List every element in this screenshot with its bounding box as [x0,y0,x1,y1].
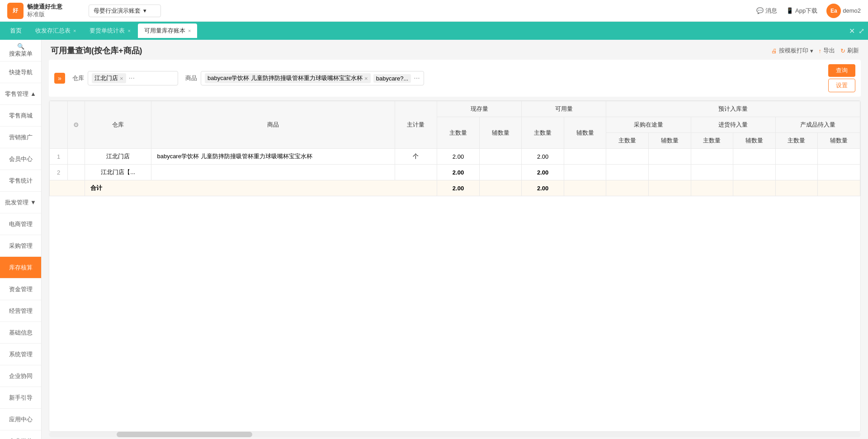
query-btn[interactable]: 查询 [828,64,855,77]
sidebar-item-inventory[interactable]: 库存核算 [0,257,41,279]
export-btn[interactable]: ↑ 导出 [819,47,835,55]
product-filter-group: 商品 babycare学饮杯 儿童防摔防撞吸管杯重力球吸嘴杯宝宝水杯 × bab… [185,71,424,85]
logo-text: 畅捷通好生意 标准版 [27,3,62,19]
tabbar: 首页 收发存汇总表 × 要货单统计表 × 可用量库存账本 × ✕ ⤢ [0,22,868,40]
product-tag-2: babycare?... [373,74,411,83]
sidebar-item-search[interactable]: 🔍 搜索菜单 [0,40,41,61]
cell-warehouse-2: 江北门店【... [85,165,151,180]
sidebar-item-members[interactable]: 会员中心 [0,148,41,170]
product-tag1-remove[interactable]: × [364,75,368,82]
sidebar-item-retail-stats[interactable]: 零售统计 [0,170,41,192]
tab-close-inventory[interactable]: × [188,28,191,33]
warehouse-tag: 江北门店 × [92,73,126,83]
footer-pur-main [606,180,649,196]
cell-product-1: babycare学饮杯 儿童防摔防撞吸管杯重力球吸嘴杯宝宝水杯 [151,149,395,165]
footer-avail-aux [564,180,606,196]
sidebar-item-wholesale[interactable]: 批发管理 ▼ [0,192,41,213]
th-current-main: 主数量 [437,117,480,149]
cell-cur-aux-1 [479,149,522,165]
tab-inventory[interactable]: 可用量库存账本 × [138,24,197,38]
refresh-btn[interactable]: ↻ 刷新 [840,47,859,55]
company-selector[interactable]: 母婴行业演示账套 ▾ [89,5,161,17]
horizontal-scrollbar[interactable] [49,432,861,437]
sidebar-item-wechat[interactable]: 企业微信 [0,430,41,439]
content-area: 可用量查询(按仓库+商品) 🖨 按模板打印 ▾ ↑ 导出 ↻ 刷新 » [42,40,868,439]
warehouse-more[interactable]: ··· [129,74,135,82]
sidebar-item-nav[interactable]: 快捷导航 [0,61,41,83]
message-icon: 💬 [756,7,764,14]
cell-cur-main-2: 2.00 [437,165,480,180]
table-row: 2 江北门店【... 2.00 2.00 [50,165,860,180]
logo-area: 好 畅捷通好生意 标准版 [7,3,89,19]
sidebar-item-system[interactable]: 系统管理 [0,344,41,365]
th-warehouse: 仓库 [85,101,151,149]
sidebar-item-retail-mall[interactable]: 零售商城 [0,105,41,127]
th-available: 可用量 [522,101,606,117]
sidebar-item-app-center[interactable]: 应用中心 [0,409,41,430]
scrollbar-thumb[interactable] [117,432,252,437]
app-download-btn[interactable]: 📱 App下载 [786,7,817,15]
cell-gear-1[interactable] [68,149,85,165]
th-current-stock: 现存量 [437,101,522,117]
page-header: 可用量查询(按仓库+商品) 🖨 按模板打印 ▾ ↑ 导出 ↻ 刷新 [42,40,868,60]
cell-gear-2[interactable] [68,165,85,180]
tab-close-receipts[interactable]: × [73,28,76,33]
sidebar-item-operations[interactable]: 经营管理 [0,300,41,322]
cell-inc-aux-1 [733,149,776,165]
footer-empty-1 [50,180,85,196]
sidebar-item-finance[interactable]: 资金管理 [0,279,41,300]
sidebar-item-newbie[interactable]: 新手引导 [0,387,41,409]
table-footer-row: 合计 2.00 2.00 [50,180,860,196]
print-btn[interactable]: 🖨 按模板打印 ▾ [771,47,813,55]
th-pur-aux: 辅数量 [649,133,691,149]
page-actions: 🖨 按模板打印 ▾ ↑ 导出 ↻ 刷新 [771,47,859,55]
tab-orders[interactable]: 要货单统计表 × [83,24,137,38]
chevron-icon-wholesale: ▼ [30,199,36,206]
footer-avail-main: 2.00 [522,180,564,196]
footer-cur-aux [479,180,522,196]
warehouse-filter-group: 仓库 江北门店 × ··· [72,71,178,85]
sidebar-item-ecommerce[interactable]: 电商管理 [0,213,41,235]
filter-expand-btn[interactable]: » [54,73,65,84]
sidebar-item-purchase[interactable]: 采购管理 [0,235,41,257]
chevron-down-print: ▾ [810,47,813,54]
th-avail-main: 主数量 [522,117,564,149]
footer-pur-aux [649,180,691,196]
sidebar-item-retail[interactable]: 零售管理 ▲ [0,83,41,105]
footer-cur-main: 2.00 [437,180,480,196]
data-table: ⚙ 仓库 商品 主计量 现存量 可用量 预计入库量 主数量 辅数量 主数量 辅数… [49,101,860,196]
warehouse-input[interactable]: 江北门店 × ··· [88,71,178,85]
tab-close-orders[interactable]: × [127,28,130,33]
th-inc-main: 主数量 [691,133,733,149]
expand-btn[interactable]: ⤢ [859,27,864,35]
cell-prd-main-1 [775,149,818,165]
sidebar-item-enterprise[interactable]: 企业协同 [0,365,41,387]
table-row: 1 江北门店 babycare学饮杯 儿童防摔防撞吸管杯重力球吸嘴杯宝宝水杯 个… [50,149,860,165]
th-pur-main: 主数量 [606,133,649,149]
cell-warehouse-1: 江北门店 [85,149,151,165]
settings-btn[interactable]: 设置 [828,79,855,92]
user-menu[interactable]: Ea demo2 [826,4,861,18]
sidebar-item-marketing[interactable]: 营销推广 [0,127,41,148]
cell-unit-1: 个 [395,149,437,165]
th-purchase-transit: 采购在途量 [606,117,691,133]
search-icon: 🔍 [17,43,24,50]
close-all-tabs-btn[interactable]: ✕ [849,27,855,35]
sidebar-item-basic[interactable]: 基础信息 [0,322,41,344]
product-input[interactable]: babycare学饮杯 儿童防摔防撞吸管杯重力球吸嘴杯宝宝水杯 × babyca… [201,71,424,85]
cell-unit-2 [395,165,437,180]
tab-home[interactable]: 首页 [4,24,28,38]
cell-inc-main-1 [691,149,733,165]
tab-receipts[interactable]: 收发存汇总表 × [29,24,82,38]
th-gear[interactable]: ⚙ [68,101,85,149]
warehouse-tag-remove[interactable]: × [120,75,123,82]
footer-inc-aux [733,180,776,196]
product-label: 商品 [185,74,197,82]
th-main-unit: 主计量 [395,101,437,149]
th-forecast: 预计入库量 [606,101,860,117]
messages-btn[interactable]: 💬 消息 [756,7,777,15]
product-more[interactable]: ··· [414,74,420,82]
cell-prd-aux-1 [818,149,860,165]
cell-pur-aux-1 [649,149,691,165]
th-current-aux: 辅数量 [479,117,522,149]
